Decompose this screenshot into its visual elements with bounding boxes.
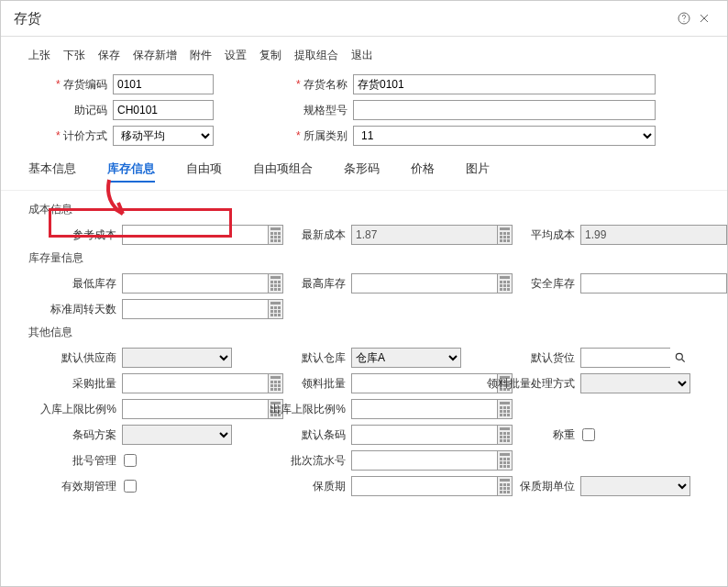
calculator-icon[interactable] xyxy=(497,399,513,419)
min-stock-input[interactable] xyxy=(122,273,268,294)
issue-batch-mode-label: 领料批量处理方式 xyxy=(487,376,580,392)
ref-cost-input[interactable] xyxy=(122,225,268,245)
weigh-label: 称重 xyxy=(487,427,580,443)
ref-cost-label: 参考成本 xyxy=(28,227,122,243)
toolbar-settings[interactable]: 设置 xyxy=(225,48,247,63)
slot-label: 默认货位 xyxy=(487,350,580,366)
issue-batch-mode-select[interactable] xyxy=(580,373,690,393)
window: 存货 上张 下张 保存 保存新增 附件 设置 复制 提取组合 退出 存货编码 存… xyxy=(0,0,728,587)
min-stock-label: 最低库存 xyxy=(28,276,122,292)
expiry-checkbox[interactable] xyxy=(124,480,137,493)
close-icon[interactable] xyxy=(694,8,714,28)
tab-stock[interactable]: 库存信息 xyxy=(107,161,155,183)
default-barcode-input[interactable] xyxy=(351,425,497,445)
calculator-icon[interactable] xyxy=(726,225,727,245)
search-icon[interactable] xyxy=(670,348,690,368)
barcode-scheme-select[interactable] xyxy=(122,425,232,445)
svg-point-1 xyxy=(683,21,684,22)
lot-checkbox[interactable] xyxy=(124,454,137,467)
tabs: 基本信息 库存信息 自由项 自由项组合 条形码 价格 图片 xyxy=(1,151,727,191)
out-upper-label: 出库上限比例% xyxy=(258,402,351,417)
max-stock-label: 最高库存 xyxy=(258,276,351,292)
name-input[interactable] xyxy=(353,74,656,94)
expiry-label: 有效期管理 xyxy=(28,479,122,494)
section-stock: 库存量信息 xyxy=(28,250,700,266)
issue-batch-input[interactable] xyxy=(351,373,497,393)
serial-input[interactable] xyxy=(351,450,497,471)
purchase-batch-label: 采购批量 xyxy=(28,376,122,392)
help-icon[interactable] xyxy=(674,8,694,28)
tab-price[interactable]: 价格 xyxy=(411,161,435,183)
section-other: 其他信息 xyxy=(28,325,700,340)
tab-free-combo[interactable]: 自由项组合 xyxy=(253,161,313,183)
turnover-input[interactable] xyxy=(122,299,268,319)
max-stock-input[interactable] xyxy=(351,273,497,294)
mnemonic-input[interactable] xyxy=(113,100,214,120)
tab-free[interactable]: 自由项 xyxy=(186,161,222,183)
safe-stock-label: 安全库存 xyxy=(487,276,580,292)
toolbar-extract[interactable]: 提取组合 xyxy=(294,48,338,63)
out-upper-input[interactable] xyxy=(351,399,497,419)
calculator-icon[interactable] xyxy=(268,299,283,319)
svg-point-2 xyxy=(676,353,682,360)
warehouse-label: 默认仓库 xyxy=(258,350,351,366)
spec-label: 规格型号 xyxy=(269,103,353,118)
warehouse-select[interactable]: 仓库A xyxy=(351,348,461,368)
mnemonic-label: 助记码 xyxy=(28,103,113,118)
code-input[interactable] xyxy=(113,74,214,94)
supplier-label: 默认供应商 xyxy=(28,350,122,366)
calculator-icon[interactable] xyxy=(726,273,727,294)
toolbar-exit[interactable]: 退出 xyxy=(351,48,373,63)
toolbar-save-new[interactable]: 保存新增 xyxy=(133,48,177,63)
turnover-label: 标准周转天数 xyxy=(28,302,122,317)
code-label: 存货编码 xyxy=(28,77,113,93)
slot-input[interactable] xyxy=(580,348,670,368)
barcode-scheme-label: 条码方案 xyxy=(28,427,122,443)
tab-image[interactable]: 图片 xyxy=(466,161,490,183)
in-upper-label: 入库上限比例% xyxy=(28,402,122,417)
default-barcode-label: 默认条码 xyxy=(258,427,351,443)
avg-cost-label: 平均成本 xyxy=(487,227,580,243)
toolbar-attach[interactable]: 附件 xyxy=(190,48,212,63)
window-title: 存货 xyxy=(14,10,674,28)
section-cost: 成本信息 xyxy=(28,202,700,217)
toolbar-save[interactable]: 保存 xyxy=(98,48,120,63)
toolbar-prev[interactable]: 上张 xyxy=(28,48,50,63)
latest-cost-label: 最新成本 xyxy=(258,227,351,243)
tab-basic[interactable]: 基本信息 xyxy=(28,161,76,183)
valuation-select[interactable]: 移动平均 xyxy=(113,126,214,146)
avg-cost-input xyxy=(580,225,726,245)
toolbar-copy[interactable]: 复制 xyxy=(259,48,281,63)
shelflife-unit-label: 保质期单位 xyxy=(487,479,580,494)
serial-label: 批次流水号 xyxy=(258,453,351,469)
in-upper-input[interactable] xyxy=(122,399,268,419)
spec-input[interactable] xyxy=(353,100,656,120)
purchase-batch-input[interactable] xyxy=(122,373,268,393)
category-label: 所属类别 xyxy=(269,128,353,144)
calculator-icon[interactable] xyxy=(497,450,513,471)
toolbar-next[interactable]: 下张 xyxy=(63,48,85,63)
toolbar: 上张 下张 保存 保存新增 附件 设置 复制 提取组合 退出 xyxy=(1,37,727,71)
shelflife-unit-select[interactable] xyxy=(580,476,690,496)
tab-body: 成本信息 参考成本 最新成本 平均成本 库存量信息 最低库存 最高库存 安全库存… xyxy=(1,191,727,586)
titlebar: 存货 xyxy=(1,1,727,37)
lot-label: 批号管理 xyxy=(28,453,122,469)
weigh-checkbox[interactable] xyxy=(582,428,595,441)
valuation-label: 计价方式 xyxy=(28,128,113,144)
name-label: 存货名称 xyxy=(269,77,353,93)
latest-cost-input xyxy=(351,225,497,245)
shelflife-label: 保质期 xyxy=(258,479,351,494)
form-header: 存货编码 存货名称 助记码 规格型号 计价方式移动平均 所属类别11 xyxy=(1,71,727,151)
tab-barcode[interactable]: 条形码 xyxy=(344,161,380,183)
category-select[interactable]: 11 xyxy=(353,126,656,146)
shelflife-input[interactable] xyxy=(351,476,497,496)
issue-batch-label: 领料批量 xyxy=(258,376,351,392)
safe-stock-input[interactable] xyxy=(580,273,726,294)
supplier-select[interactable] xyxy=(122,348,232,368)
